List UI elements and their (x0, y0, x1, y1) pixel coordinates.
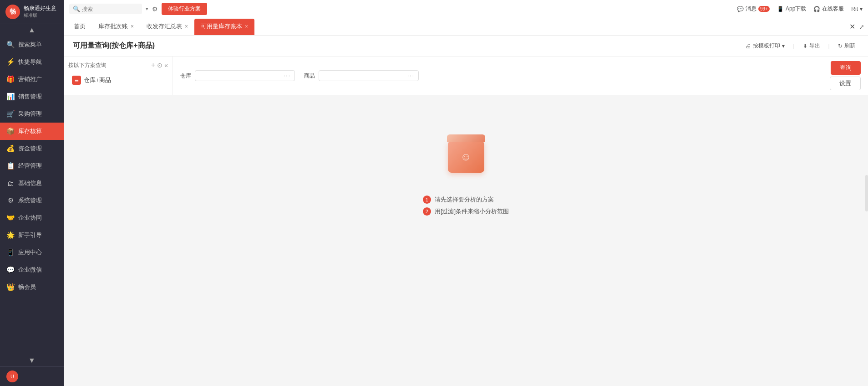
print-dropdown-icon: ▾ (782, 43, 785, 49)
tab-batch-account-close[interactable]: × (131, 23, 134, 30)
message-label: 消息 (746, 5, 756, 13)
empty-tip-1: 1 请先选择要分析的方案 (423, 196, 509, 204)
empty-illustration (439, 132, 493, 186)
tab-receive-summary-close[interactable]: × (185, 23, 188, 30)
tip-text-2: 用[过滤]条件来缩小分析范围 (435, 207, 509, 216)
page-title: 可用量查询(按仓库+商品) (73, 41, 155, 51)
scheme-warehouse-goods-icon: ☰ (72, 76, 81, 85)
tip-text-1: 请先选择要分析的方案 (435, 196, 494, 204)
sidebar-scroll-down[interactable]: ▼ (0, 355, 64, 366)
query-settings-button[interactable]: 设置 (830, 77, 861, 90)
user-name: Rit (851, 6, 858, 12)
search-input[interactable] (82, 6, 127, 12)
export-button[interactable]: ⬇ 导出 (799, 40, 824, 51)
sidebar-item-wechat[interactable]: 💬 企业微信 (0, 261, 64, 278)
enterprise-icon: 🤝 (6, 214, 15, 222)
app-download-item[interactable]: 📱 App下载 (777, 5, 806, 13)
sidebar-item-search[interactable]: 🔍 搜索菜单 (0, 36, 64, 53)
add-scheme-icon[interactable]: + (151, 61, 155, 69)
sidebar-item-label-wechat: 企业微信 (18, 266, 42, 274)
tab-receive-summary[interactable]: 收发存汇总表 × (140, 19, 194, 35)
query-button[interactable]: 查询 (831, 61, 861, 75)
sidebar-item-enterprise[interactable]: 🤝 企业协同 (0, 209, 64, 226)
sidebar-item-shortcut[interactable]: ⚡ 快捷导航 (0, 53, 64, 71)
inventory-icon: 📦 (6, 127, 15, 135)
goods-field-group: 商品 ··· (304, 70, 419, 81)
tab-available-stock[interactable]: 可用量库存账本 × (194, 19, 254, 35)
logo-badge: 标准版 (24, 12, 56, 19)
empty-state-area: 1 请先选择要分析的方案 2 用[过滤]条件来缩小分析范围 (64, 95, 868, 252)
member-icon: 👑 (6, 283, 15, 291)
page-content: 可用量查询(按仓库+商品) 🖨 按模板打印 ▾ | ⬇ 导出 | ↻ 刷新 (64, 36, 868, 386)
sidebar-item-basic[interactable]: 🗂 基础信息 (0, 175, 64, 192)
query-sidebar-title: 按以下方案查询 (68, 62, 107, 69)
tabs-close-button[interactable]: ✕ (849, 22, 855, 31)
sidebar-item-finance[interactable]: 💰 资金管理 (0, 140, 64, 157)
message-icon: 💬 (737, 6, 744, 12)
export-icon: ⬇ (803, 43, 807, 49)
sidebar-item-marketing[interactable]: 🎁 营销推广 (0, 71, 64, 88)
print-button[interactable]: 🖨 按模板打印 ▾ (742, 40, 788, 51)
wechat-icon: 💬 (6, 266, 15, 274)
app-download-label: App下载 (786, 5, 806, 13)
tab-available-stock-close[interactable]: × (245, 23, 248, 30)
sidebar-nav: 🔍 搜索菜单 ⚡ 快捷导航 🎁 营销推广 📊 销售管理 🛒 采购管理 📦 库存核… (0, 36, 64, 355)
topbar-dropdown[interactable]: ▾ (146, 6, 148, 12)
sidebar-item-label-inventory: 库存核算 (18, 127, 42, 135)
sidebar-item-purchase[interactable]: 🛒 采购管理 (0, 105, 64, 123)
tab-home[interactable]: 首页 (67, 19, 92, 35)
print-label: 按模板打印 (753, 42, 780, 50)
headset-icon: 🎧 (813, 6, 820, 12)
sidebar-item-newcomer[interactable]: 🌟 新手引导 (0, 226, 64, 244)
topbar-search-box[interactable]: 🔍 (69, 4, 142, 14)
tip-num-2: 2 (423, 207, 431, 216)
sidebar-item-inventory[interactable]: 📦 库存核算 (0, 123, 64, 140)
home-label: 首页 (74, 22, 86, 31)
scheme-warehouse-goods[interactable]: ☰ 仓库+商品 (68, 73, 168, 87)
scheme-warehouse-goods-label: 仓库+商品 (84, 76, 111, 84)
page-header: 可用量查询(按仓库+商品) 🖨 按模板打印 ▾ | ⬇ 导出 | ↻ 刷新 (64, 36, 868, 57)
refresh-button[interactable]: ↻ 刷新 (834, 40, 859, 51)
sidebar-scroll-up[interactable]: ▲ (0, 24, 64, 36)
sidebar-user[interactable]: U (0, 366, 64, 386)
marketing-icon: 🎁 (6, 75, 15, 83)
tab-batch-account[interactable]: 库存批次账 × (92, 19, 140, 35)
goods-input[interactable]: ··· (319, 70, 419, 81)
warehouse-input[interactable]: ··· (195, 70, 295, 81)
message-item[interactable]: 💬 消息 99+ (737, 5, 770, 13)
tabs-expand-button[interactable]: ⤢ (859, 23, 864, 31)
scrollbar-hint (865, 175, 868, 211)
sidebar-item-sales[interactable]: 📊 销售管理 (0, 88, 64, 105)
sidebar-item-label-sales: 销售管理 (18, 93, 42, 101)
sidebar-item-system[interactable]: ⚙ 系统管理 (0, 192, 64, 209)
online-support-item[interactable]: 🎧 在线客服 (813, 5, 844, 13)
app-icon: 📱 (6, 248, 15, 257)
gear-icon[interactable]: ⚙ (152, 5, 158, 13)
page-header-actions: 🖨 按模板打印 ▾ | ⬇ 导出 | ↻ 刷新 (742, 40, 859, 51)
finance-icon: 💰 (6, 144, 15, 153)
warehouse-dots: ··· (284, 72, 291, 79)
sidebar-item-operation[interactable]: 📋 经营管理 (0, 157, 64, 175)
sidebar-item-member[interactable]: 👑 畅会员 (0, 278, 64, 296)
search-icon: 🔍 (6, 41, 15, 49)
collapse-icon[interactable]: « (164, 62, 168, 69)
available-stock-label: 可用量库存账本 (201, 22, 242, 31)
sidebar-item-label-shortcut: 快捷导航 (18, 58, 42, 66)
user-avatar: U (6, 371, 18, 382)
user-name-item[interactable]: Rit ▾ (851, 6, 863, 12)
goods-label: 商品 (304, 72, 315, 80)
empty-tip-2: 2 用[过滤]条件来缩小分析范围 (423, 207, 509, 216)
sidebar-item-label-marketing: 营销推广 (18, 75, 42, 83)
sidebar-item-app[interactable]: 📱 应用中心 (0, 244, 64, 261)
action-separator-2: | (828, 42, 830, 49)
online-support-label: 在线客服 (822, 5, 844, 13)
sidebar-item-label-newcomer: 新手引导 (18, 231, 42, 239)
industry-solution-button[interactable]: 体验行业方案 (162, 3, 207, 15)
shortcut-icon: ⚡ (6, 58, 15, 66)
logo-name: 畅康通好生意 (24, 5, 56, 12)
sales-icon: 📊 (6, 93, 15, 101)
sidebar-item-label-system: 系统管理 (18, 196, 42, 205)
query-sidebar-actions: + ⊙ « (151, 61, 168, 69)
scheme-settings-icon[interactable]: ⊙ (157, 62, 162, 69)
warehouse-label: 仓库 (180, 72, 191, 80)
